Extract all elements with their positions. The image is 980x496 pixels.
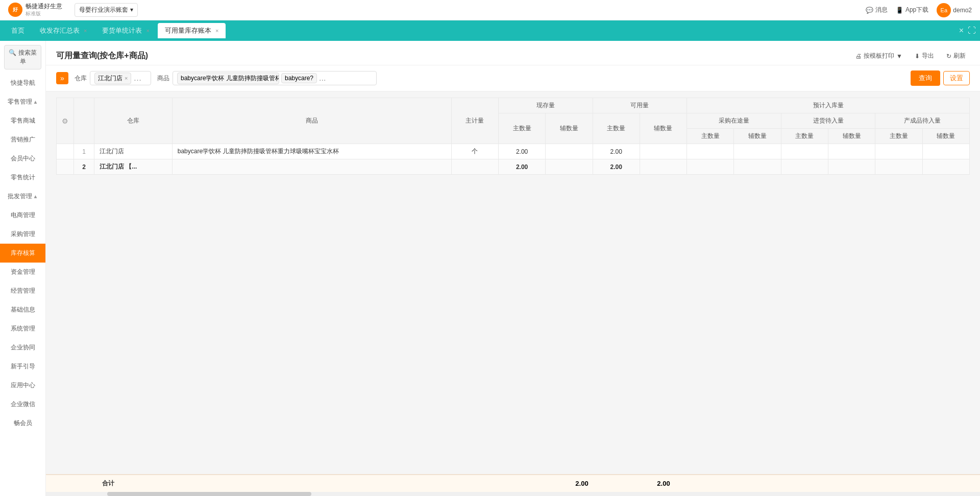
sidebar-item-purchase-mgmt[interactable]: 采购管理 — [0, 225, 45, 244]
tab-collection-summary[interactable]: 收发存汇总表 × — [33, 23, 94, 38]
username: demo2 — [953, 7, 972, 14]
tab-home-label: 首页 — [11, 26, 24, 35]
bottom-scrollbar[interactable] — [46, 492, 980, 496]
product-input[interactable]: babycare学饮杯 儿童防摔防撞吸管杯重力球吸嘴杯宝宝水杯 × babyca… — [173, 71, 377, 85]
th-fin-pend-main: 主数量 — [875, 129, 922, 144]
logo-sub: 标准版 — [26, 10, 62, 17]
sidebar-search-btn[interactable]: 🔍 搜索菜单 — [4, 45, 41, 69]
th-expected-in: 预计入库量 — [687, 98, 970, 113]
logo-text: 畅捷通好生意 — [26, 3, 62, 10]
refresh-btn[interactable]: ↻ 刷新 — [942, 50, 970, 62]
message-label: 消息 — [875, 6, 888, 14]
settings-btn[interactable]: 设置 — [943, 71, 970, 85]
sidebar-item-wholesale-mgmt[interactable]: 批发管理 ▲ — [0, 187, 45, 206]
sidebar-item-corp-collab[interactable]: 企业协同 — [0, 338, 45, 357]
group-goods-pend-aux — [828, 159, 875, 175]
sidebar-item-basic-info[interactable]: 基础信息 — [0, 300, 45, 319]
tab-label-3: 可用量库存账本 — [165, 26, 211, 35]
group-product — [172, 159, 451, 175]
row-stock-main: 2.00 — [498, 144, 545, 159]
sidebar-item-inventory-check[interactable]: 库存核算 — [0, 244, 45, 263]
th-num — [74, 98, 94, 144]
sidebar-item-marketing[interactable]: 营销推广 — [0, 130, 45, 149]
warehouse-input[interactable]: 江北门店 × … — [90, 71, 151, 85]
quick-nav-label: 快捷导航 — [11, 79, 35, 87]
warehouse-more-btn[interactable]: … — [133, 74, 141, 83]
row-pur-transit-main — [687, 144, 734, 159]
query-btn[interactable]: 查询 — [911, 70, 940, 86]
warehouse-label: 仓库 — [75, 74, 87, 83]
product-tag-1: babycare学饮杯 儿童防摔防撞吸管杯重力球吸嘴杯宝宝水杯 × — [177, 73, 279, 84]
group-pur-transit-main — [687, 159, 734, 175]
th-available: 可用量 — [593, 98, 687, 113]
th-product: 商品 — [172, 98, 451, 144]
sidebar-item-member-center[interactable]: 会员中心 — [0, 149, 45, 168]
row-goods-pend-aux — [828, 144, 875, 159]
warehouse-remove-btn[interactable]: × — [125, 75, 128, 81]
fullscreen-icon[interactable]: ⛶ — [968, 26, 976, 35]
tab-label-2: 要货单统计表 — [102, 26, 142, 35]
app-icon: 📱 — [896, 7, 903, 14]
group-fin-pend-aux — [922, 159, 969, 175]
sidebar-item-retail-mgmt[interactable]: 零售管理 ▲ — [0, 92, 45, 111]
th-pur-transit-aux: 辅数量 — [734, 129, 781, 144]
sidebar-item-quick-nav[interactable]: 快捷导航 — [0, 74, 45, 92]
message-icon: 💬 — [866, 7, 873, 14]
export-btn[interactable]: ⬇ 导出 — [911, 50, 938, 62]
wholesale-arrow: ▲ — [33, 194, 38, 199]
warehouse-filter-group: 仓库 江北门店 × … — [75, 71, 151, 85]
user-area[interactable]: Ea demo2 — [937, 3, 972, 17]
filter-expand-btn[interactable]: » — [56, 72, 68, 84]
row-pur-transit-aux — [734, 144, 781, 159]
group-pur-transit-aux — [734, 159, 781, 175]
sidebar-item-app-center[interactable]: 应用中心 — [0, 376, 45, 395]
template-print-btn[interactable]: 🖨 按模板打印 ▼ — [851, 50, 906, 62]
row-fin-pend-main — [875, 144, 922, 159]
main-layout: 🔍 搜索菜单 快捷导航 零售管理 ▲ 零售商城 营销推广 会员中心 零售统计 批… — [0, 41, 980, 496]
column-settings-icon[interactable]: ⚙ — [62, 117, 68, 125]
sidebar-item-ecommerce[interactable]: 电商管理 — [0, 206, 45, 225]
tab-order-stats[interactable]: 要货单统计表 × — [95, 23, 156, 38]
group-row: 2 江北门店 【... 2.00 2.00 — [57, 159, 970, 175]
sidebar-item-ops-mgmt[interactable]: 经营管理 — [0, 281, 45, 300]
sidebar-item-retail-mall[interactable]: 零售商城 — [0, 111, 45, 130]
scrollbar-thumb[interactable] — [107, 492, 311, 496]
th-main-unit: 主计量 — [451, 98, 498, 144]
content-area: 可用量查询(按仓库+商品) 🖨 按模板打印 ▼ ⬇ 导出 ↻ 刷新 » — [46, 41, 980, 496]
th-warehouse: 仓库 — [94, 98, 173, 144]
row-num: 1 — [74, 144, 94, 159]
product-more-btn[interactable]: ... — [319, 74, 326, 83]
sidebar-item-corp-wechat[interactable]: 企业微信 — [0, 395, 45, 414]
th-avail-main: 主数量 — [593, 113, 640, 144]
store-selector[interactable]: 母婴行业演示账套 ▾ — [75, 3, 138, 17]
group-stock-main: 2.00 — [498, 159, 545, 175]
page-actions: 🖨 按模板打印 ▼ ⬇ 导出 ↻ 刷新 — [851, 50, 970, 62]
th-fin-pend-aux: 辅数量 — [922, 129, 969, 144]
th-goods-pend-aux: 辅数量 — [828, 129, 875, 144]
row-goods-pend-main — [781, 144, 828, 159]
tab-close-1[interactable]: × — [84, 28, 87, 34]
th-current-stock: 现存量 — [498, 98, 593, 113]
sidebar: 🔍 搜索菜单 快捷导航 零售管理 ▲ 零售商城 营销推广 会员中心 零售统计 批… — [0, 41, 46, 496]
tab-label-1: 收发存汇总表 — [40, 26, 80, 35]
close-all-tabs-icon[interactable]: × — [959, 26, 964, 35]
sidebar-item-member[interactable]: 畅会员 — [0, 414, 45, 433]
sidebar-item-new-guide[interactable]: 新手引导 — [0, 357, 45, 376]
nav-tabs: 首页 收发存汇总表 × 要货单统计表 × 可用量库存账本 × × ⛶ — [0, 20, 980, 41]
group-unit — [451, 159, 498, 175]
refresh-icon: ↻ — [946, 53, 951, 60]
tab-available-inventory[interactable]: 可用量库存账本 × — [158, 23, 226, 38]
message-btn[interactable]: 💬 消息 — [866, 6, 888, 14]
tab-close-2[interactable]: × — [146, 28, 149, 34]
retail-mgmt-arrow: ▲ — [33, 99, 38, 105]
row-stock-aux — [546, 144, 593, 159]
tab-home[interactable]: 首页 — [4, 23, 32, 38]
app-download-btn[interactable]: 📱 App下载 — [896, 6, 928, 14]
row-unit: 个 — [451, 144, 498, 159]
sidebar-item-retail-stats[interactable]: 零售统计 — [0, 168, 45, 187]
sidebar-item-sys-mgmt[interactable]: 系统管理 — [0, 319, 45, 338]
tab-close-3[interactable]: × — [215, 28, 218, 34]
row-product: babycare学饮杯 儿童防摔防撞吸管杯重力球吸嘴杯宝宝水杯 — [172, 144, 451, 159]
sidebar-item-finance-mgmt[interactable]: 资金管理 — [0, 263, 45, 281]
nav-tabs-right: × ⛶ — [959, 26, 980, 35]
